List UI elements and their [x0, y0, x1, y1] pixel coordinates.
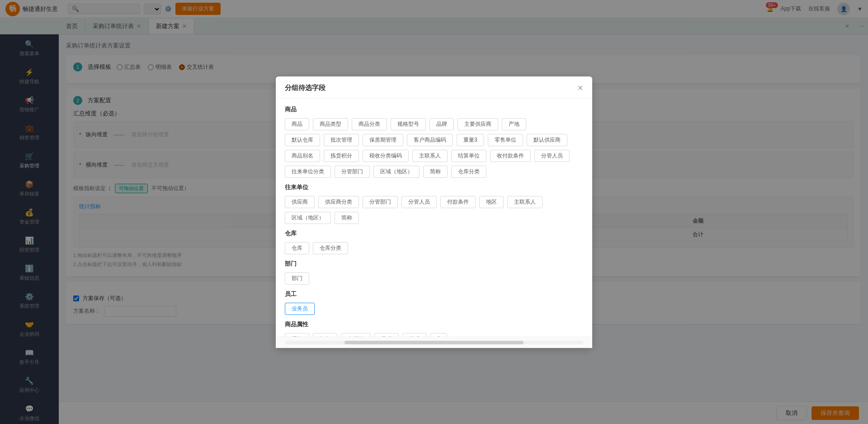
field-tag-salesperson[interactable]: 业务员: [285, 303, 315, 315]
field-tag-alias[interactable]: 商品别名: [285, 150, 320, 162]
field-tag-weight3[interactable]: 重量3: [457, 134, 484, 146]
field-tag-default-warehouse[interactable]: 默认仓库: [285, 134, 320, 146]
field-tag-payment-terms[interactable]: 收付款条件: [490, 150, 531, 162]
field-tag-warehouse[interactable]: 仓库: [285, 242, 309, 254]
modal-body: 商品 商品 商品类型 商品分类 规格型号 品牌 主要供应商 产地 默认仓库 批次…: [276, 98, 592, 337]
section-header-product-attr: 商品属性: [285, 320, 583, 329]
field-tag-shoe-size[interactable]: 鞋码: [402, 333, 427, 337]
field-tag-supplier-category[interactable]: 供应商分类: [318, 196, 359, 208]
modal-overlay: 分组待选字段 ✕ 商品 商品 商品类型 商品分类 规格型号 品牌 主要供应商 产…: [0, 0, 868, 424]
field-tag-department[interactable]: 部门: [285, 272, 309, 285]
field-tag-partner-category[interactable]: 往来单位分类: [285, 166, 331, 178]
modal-dialog: 分组待选字段 ✕ 商品 商品 商品类型 商品分类 规格型号 品牌 主要供应商 产…: [276, 76, 592, 348]
modal-title: 分组待选字段: [285, 84, 326, 92]
section-header-partner: 往来单位: [285, 183, 583, 191]
field-tag-managing-dept[interactable]: 分管部门: [363, 196, 398, 208]
field-tag-main-contact-partner[interactable]: 主联系人: [507, 196, 542, 208]
field-grid-product3: 商品别名 拣货积分 税收分类编码 主联系人 结算单位 收付款条件 分管人员: [285, 150, 583, 162]
field-grid-warehouse: 仓库 仓库分类: [285, 242, 583, 254]
field-tag-region-product[interactable]: 区域（地区）: [373, 166, 420, 178]
field-tag-size[interactable]: 尺码: [374, 333, 399, 337]
field-tag-custom1[interactable]: 1: [430, 333, 447, 337]
field-tag-warehouse-category[interactable]: 仓库分类: [451, 166, 486, 178]
field-tag-short-name-partner[interactable]: 简称: [335, 212, 359, 224]
field-tag-payment-condition[interactable]: 付款条件: [440, 196, 476, 208]
field-tag-pick-score[interactable]: 拣货积分: [324, 150, 359, 162]
modal-footer-scrollbar: [276, 337, 592, 348]
field-tag-settlement-unit[interactable]: 结算单位: [451, 150, 486, 162]
field-grid-partner2: 区域（地区） 简称: [285, 212, 583, 224]
field-tag-main-supplier[interactable]: 主要供应商: [458, 118, 498, 130]
field-tag-color[interactable]: 颜色: [313, 333, 337, 337]
field-tag-supervisor[interactable]: 分管人员: [534, 150, 570, 162]
field-grid-partner: 供应商 供应商分类 分管部门 分管人员 付款条件 地区 主联系人: [285, 196, 583, 208]
section-header-product: 商品: [285, 105, 583, 114]
section-header-warehouse: 仓库: [285, 229, 583, 238]
field-tag-tax-code[interactable]: 税收分类编码: [363, 150, 409, 162]
field-tag-customer-code[interactable]: 客户商品编码: [407, 134, 453, 146]
section-header-dept: 部门: [285, 260, 583, 268]
field-tag-expiry-mgmt[interactable]: 保质期管理: [363, 134, 403, 146]
field-grid-product2: 默认仓库 批次管理 保质期管理 客户商品编码 重量3 零售单位 默认供应商: [285, 134, 583, 146]
scrollbar-thumb: [344, 341, 524, 344]
field-tag-brand[interactable]: 品牌: [429, 118, 454, 130]
field-tag-attribute[interactable]: 属性: [285, 333, 309, 337]
field-tag-region-partner[interactable]: 区域（地区）: [285, 212, 331, 224]
field-tag-supplier[interactable]: 供应商: [285, 196, 315, 208]
field-tag-spec-model[interactable]: 规格型号: [391, 118, 426, 130]
field-grid-product-attr: 属性 颜色 多规格 尺码 鞋码 1: [285, 333, 583, 337]
field-tag-origin[interactable]: 产地: [502, 118, 526, 130]
field-tag-product[interactable]: 商品: [285, 118, 309, 130]
field-tag-product-category[interactable]: 商品分类: [352, 118, 387, 130]
field-tag-default-supplier[interactable]: 默认供应商: [527, 134, 567, 146]
field-grid-dept: 部门: [285, 272, 583, 285]
modal-close-button[interactable]: ✕: [577, 84, 583, 92]
field-tag-main-contact[interactable]: 主联系人: [412, 150, 448, 162]
field-grid-staff: 业务员: [285, 303, 583, 315]
field-tag-managing-person[interactable]: 分管人员: [401, 196, 437, 208]
field-tag-warehouse-cat[interactable]: 仓库分类: [313, 242, 348, 254]
field-tag-area[interactable]: 地区: [479, 196, 504, 208]
field-tag-multi-spec[interactable]: 多规格: [341, 333, 371, 337]
field-tag-retail-unit[interactable]: 零售单位: [488, 134, 523, 146]
field-tag-batch-mgmt[interactable]: 批次管理: [324, 134, 359, 146]
section-header-staff: 员工: [285, 290, 583, 298]
horizontal-scrollbar[interactable]: [285, 341, 583, 344]
field-tag-product-type[interactable]: 商品类型: [313, 118, 348, 130]
field-tag-short-name-product[interactable]: 简称: [423, 166, 448, 178]
field-grid-product: 商品 商品类型 商品分类 规格型号 品牌 主要供应商 产地: [285, 118, 583, 130]
modal-header: 分组待选字段 ✕: [276, 76, 592, 98]
field-grid-product4: 往来单位分类 分管部门 区域（地区） 简称 仓库分类: [285, 166, 583, 178]
field-tag-dept[interactable]: 分管部门: [335, 166, 370, 178]
